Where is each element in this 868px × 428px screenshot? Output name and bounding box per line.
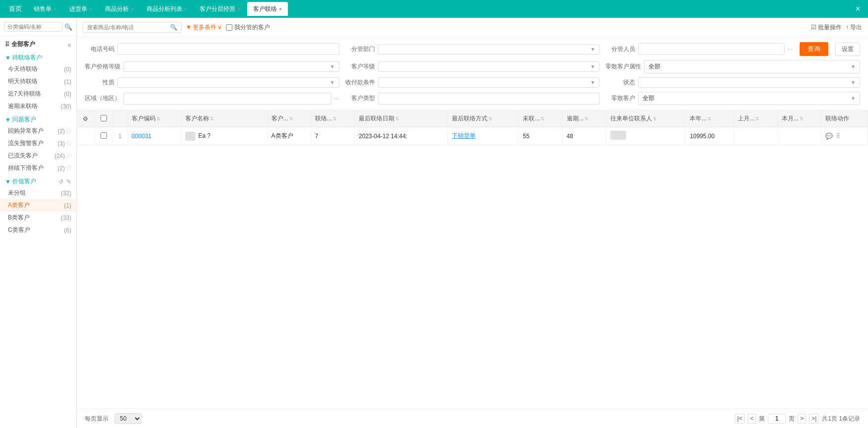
- query-button[interactable]: 查询: [800, 42, 828, 56]
- arrow-down-icon2: ▼: [5, 116, 11, 123]
- phone-input[interactable]: [117, 43, 339, 55]
- nature-filter: 性质 ▼: [85, 77, 339, 88]
- more-icon[interactable]: ⠿: [836, 133, 840, 140]
- window-close-button[interactable]: ×: [852, 4, 864, 13]
- close-product-analysis-icon[interactable]: ×: [131, 6, 134, 12]
- sidebar-item-tomorrow-pending[interactable]: 明天待联络 (1): [0, 75, 76, 88]
- page-number-input[interactable]: [768, 414, 786, 424]
- sidebar-item-class-a[interactable]: A类客户 (1): [0, 199, 76, 212]
- close-product-list-icon[interactable]: ×: [184, 6, 187, 12]
- tab-customer-tier[interactable]: 客户分层经营 ×: [194, 2, 246, 16]
- gear-icon[interactable]: ⚙: [83, 115, 88, 122]
- sidebar-search-icon[interactable]: 🔍: [64, 23, 72, 31]
- customer-type-input[interactable]: [378, 93, 600, 105]
- row-checkbox[interactable]: [101, 132, 107, 139]
- nature-select[interactable]: ▼: [117, 77, 339, 88]
- price-level-select[interactable]: ▼: [123, 61, 339, 72]
- pending-section-label: ▼ 待联络客户: [0, 51, 76, 63]
- payment-select[interactable]: ▼: [378, 77, 600, 88]
- last-page-button[interactable]: >|: [809, 414, 819, 424]
- th-not-contacted: 未联... ⇅: [519, 110, 562, 127]
- sort-icon-overdue: ⇅: [585, 116, 589, 121]
- price-level-label: 客户价格等级: [85, 62, 120, 71]
- sidebar-item-repurchase-abnormal[interactable]: 回购异常客户 (2) ⓘ: [0, 125, 76, 137]
- th-this-month: 本月... ⇅: [777, 110, 821, 127]
- checkbox-icon: ☑: [811, 24, 816, 31]
- tab-product-analysis-label: 商品分析: [105, 5, 129, 13]
- sidebar-item-declining[interactable]: 持续下滑客户 (2) ⓘ: [0, 162, 76, 174]
- retail-customer-select[interactable]: 全部 ▼: [638, 92, 860, 105]
- customer-level-select[interactable]: ▼: [378, 61, 600, 72]
- sidebar-item-churn-warning[interactable]: 流失预警客户 (3) ⓘ: [0, 137, 76, 150]
- info-icon-3: ⓘ: [66, 165, 71, 172]
- prev-page-button[interactable]: <: [748, 414, 756, 424]
- close-customer-contact-icon[interactable]: ×: [279, 6, 282, 12]
- info-icon-0: ⓘ: [66, 128, 71, 135]
- close-customer-tier-icon[interactable]: ×: [237, 6, 240, 12]
- payment-filter: 收付款条件 ▼: [345, 77, 600, 88]
- price-level-filter: 客户价格等级 ▼: [85, 61, 339, 72]
- sidebar-item-churned[interactable]: 已流失客户 (24) ⓘ: [0, 150, 76, 162]
- export-button[interactable]: ↑ 导出: [846, 23, 862, 32]
- tab-product-list[interactable]: 商品分析列表 ×: [141, 2, 193, 16]
- settings-button[interactable]: 设置: [835, 43, 860, 56]
- home-tab[interactable]: 首页: [4, 4, 27, 13]
- sidebar-item-overdue-contact[interactable]: 逾期未联络 (30): [0, 100, 76, 112]
- sidebar-collapse-icon[interactable]: «: [67, 41, 71, 49]
- my-customers-filter[interactable]: 我分管的客户: [226, 23, 270, 32]
- tab-customer-contact[interactable]: 客户联络 ×: [247, 2, 288, 16]
- tab-purchase[interactable]: 进货单 ×: [63, 2, 98, 16]
- tab-product-analysis[interactable]: 商品分析 ×: [99, 2, 140, 16]
- first-page-button[interactable]: |<: [735, 414, 745, 424]
- retail-customer-arrow-icon: ▼: [851, 96, 856, 101]
- sidebar-search-input[interactable]: [4, 22, 62, 32]
- last-method-link[interactable]: 下销货单: [452, 132, 476, 139]
- next-page-button[interactable]: >: [798, 414, 806, 424]
- search-icon[interactable]: 🔍: [170, 24, 177, 31]
- sort-icon-not-contacted: ⇅: [541, 116, 544, 121]
- sidebar-item-today-pending[interactable]: 今天待联络 (0): [0, 63, 76, 75]
- manager-input[interactable]: [638, 43, 785, 55]
- manager-label: 分管人员: [605, 45, 635, 54]
- value-section-label: ▼ 价值客户 ↺ ✎: [0, 174, 76, 187]
- horizontal-scrollbar[interactable]: [77, 403, 868, 409]
- retail-attr-select[interactable]: 全部 ▼: [644, 60, 860, 73]
- sidebar-item-unclassified[interactable]: 未分组 (32): [0, 187, 76, 199]
- table-footer: 每页显示 50 100 200 |< < 第 页 > >| 共1页 1条记录: [77, 409, 868, 428]
- row-last-method: 下销货单: [448, 127, 519, 145]
- region-input[interactable]: [123, 93, 331, 105]
- sidebar-item-class-c[interactable]: C类客户 (6): [0, 224, 76, 236]
- row-not-contacted: 55: [519, 127, 562, 145]
- th-overdue: 逾期... ⇅: [562, 110, 606, 127]
- sidebar-item-class-b[interactable]: B类客户 (33): [0, 212, 76, 224]
- dept-filter: 分管部门 ▼: [345, 44, 600, 54]
- tab-sales[interactable]: 销售单 ×: [28, 2, 62, 16]
- search-input[interactable]: [87, 24, 168, 30]
- sidebar-item-7days-pending[interactable]: 近7天待联络 (0): [0, 88, 76, 100]
- batch-operations-button[interactable]: ☑ 批量操作: [811, 23, 842, 32]
- edit-icon[interactable]: ✎: [66, 178, 71, 185]
- status-filter: 状态 ▼: [605, 77, 860, 88]
- close-purchase-icon[interactable]: ×: [89, 6, 92, 12]
- my-customers-checkbox[interactable]: [226, 24, 232, 31]
- manager-dots-icon[interactable]: ···: [788, 46, 793, 53]
- row-checkbox-cell: [95, 127, 112, 145]
- payment-label: 收付款条件: [345, 78, 375, 87]
- phone-filter: 电话号码: [85, 43, 339, 55]
- more-filters-button[interactable]: ▼ 更多条件 ∨: [186, 23, 222, 32]
- sort-icon-this-month: ⇅: [800, 116, 804, 121]
- per-page-select[interactable]: 50 100 200: [114, 413, 142, 424]
- row-code[interactable]: 000031: [127, 127, 181, 145]
- th-this-year: 本年... ⇅: [686, 110, 734, 127]
- dept-select[interactable]: ▼: [378, 44, 600, 54]
- chat-icon[interactable]: 💬: [825, 133, 833, 140]
- close-sales-icon[interactable]: ×: [54, 6, 56, 12]
- region-dots-icon[interactable]: ···: [334, 95, 339, 102]
- status-select[interactable]: ▼: [638, 77, 860, 88]
- customer-level-filter: 客户等级 ▼: [345, 61, 600, 72]
- retail-attr-filter: 零散客户属性 全部 ▼: [605, 60, 860, 73]
- per-page-label: 每页显示: [85, 415, 108, 423]
- refresh-icon[interactable]: ↺: [58, 178, 63, 185]
- select-all-checkbox[interactable]: [101, 115, 107, 121]
- sort-icon-this-year: ⇅: [707, 116, 711, 121]
